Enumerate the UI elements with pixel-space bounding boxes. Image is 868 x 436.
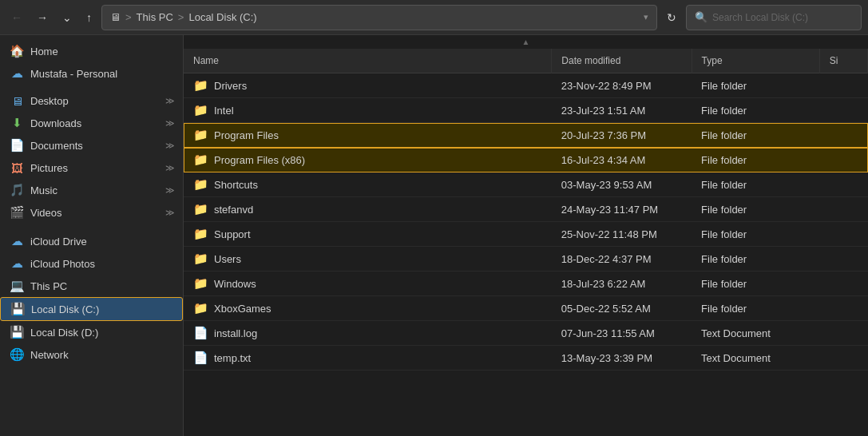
file-name: Shortcuts <box>214 179 258 191</box>
search-placeholder: Search Local Disk (C:) <box>712 12 808 23</box>
folder-icon: 📁 <box>193 103 208 117</box>
file-type: File folder <box>692 296 819 321</box>
address-icon: 🖥 <box>110 11 121 23</box>
content-area: ▲ Name Date modified Type Si 📁 Drivers 2… <box>184 35 868 436</box>
table-row[interactable]: 📁 Program Files 20-Jul-23 7:36 PM File f… <box>184 123 868 148</box>
file-date: 07-Jun-23 11:55 AM <box>552 321 692 346</box>
sidebar-item-local-disk-d[interactable]: 💾 Local Disk (D:) <box>0 321 183 343</box>
file-table: Name Date modified Type Si 📁 Drivers 23-… <box>184 49 868 371</box>
table-row[interactable]: 📄 install.log 07-Jun-23 11:55 AM Text Do… <box>184 321 868 346</box>
sidebar-item-label: Videos <box>30 207 159 219</box>
file-type: File folder <box>692 98 819 123</box>
file-type: File folder <box>692 222 819 247</box>
file-size <box>819 197 867 222</box>
text-icon: 📄 <box>193 351 208 365</box>
table-row[interactable]: 📁 XboxGames 05-Dec-22 5:52 AM File folde… <box>184 296 868 321</box>
folder-icon: 📁 <box>193 153 208 167</box>
table-row[interactable]: 📁 Windows 18-Jul-23 6:22 AM File folder <box>184 272 868 296</box>
sidebar-item-label: Downloads <box>30 117 159 129</box>
sidebar-item-icloud-drive[interactable]: ☁ iCloud Drive <box>0 230 183 252</box>
music-icon: 🎵 <box>10 183 24 197</box>
folder-icon: 📁 <box>193 252 208 266</box>
sidebar-item-local-disk-c[interactable]: 💾 Local Disk (C:) <box>0 297 183 321</box>
search-icon: 🔍 <box>695 11 707 23</box>
local-disk-d-icon: 💾 <box>10 325 24 339</box>
sidebar-item-this-pc[interactable]: 💻 This PC <box>0 275 183 297</box>
column-name[interactable]: Name <box>184 49 552 73</box>
file-date: 25-Nov-22 11:48 PM <box>552 222 692 247</box>
file-name-cell: 📄 temp.txt <box>184 346 552 371</box>
search-bar[interactable]: 🔍 Search Local Disk (C:) <box>686 5 862 30</box>
sidebar-item-label: Network <box>30 349 175 361</box>
file-name-cell: 📁 stefanvd <box>184 197 552 222</box>
recent-button[interactable]: ⌄ <box>57 8 77 27</box>
file-size <box>819 172 867 197</box>
file-size <box>819 296 867 321</box>
pin-icon: ≫ <box>165 185 175 196</box>
sidebar-item-documents[interactable]: 📄 Documents ≫ <box>0 134 183 157</box>
sidebar-item-label: Mustafa - Personal <box>30 68 175 80</box>
forward-button[interactable]: → <box>32 8 53 27</box>
network-icon: 🌐 <box>10 347 24 362</box>
file-type: File folder <box>692 272 819 296</box>
file-date: 20-Jul-23 7:36 PM <box>552 123 692 148</box>
sidebar-item-desktop[interactable]: 🖥 Desktop ≫ <box>0 89 183 112</box>
table-row[interactable]: 📁 Intel 23-Jul-23 1:51 AM File folder <box>184 98 868 123</box>
sidebar-item-mustafa[interactable]: ☁ Mustafa - Personal <box>0 62 183 85</box>
file-name: Support <box>214 228 251 240</box>
table-row[interactable]: 📁 Users 18-Dec-22 4:37 PM File folder <box>184 247 868 272</box>
file-size <box>819 222 867 247</box>
sidebar-item-label: iCloud Photos <box>30 258 175 270</box>
refresh-button[interactable]: ↻ <box>662 8 681 27</box>
file-name: temp.txt <box>214 352 251 364</box>
file-type: Text Document <box>692 346 819 371</box>
file-name-cell: 📁 Drivers <box>184 73 552 98</box>
address-dropdown[interactable]: ▾ <box>644 12 648 22</box>
file-name: Users <box>214 253 241 265</box>
table-row[interactable]: 📁 Program Files (x86) 16-Jul-23 4:34 AM … <box>184 148 868 172</box>
pin-icon: ≫ <box>165 118 175 129</box>
file-type: File folder <box>692 73 819 98</box>
breadcrumb-localdisk[interactable]: Local Disk (C:) <box>188 11 256 23</box>
address-bar[interactable]: 🖥 > This PC > Local Disk (C:) ▾ <box>101 5 657 30</box>
up-button[interactable]: ↑ <box>81 8 97 27</box>
table-header: Name Date modified Type Si <box>184 49 868 73</box>
file-name: Program Files <box>214 129 279 141</box>
table-row[interactable]: 📁 stefanvd 24-May-23 11:47 PM File folde… <box>184 197 868 222</box>
column-type[interactable]: Type <box>692 49 819 73</box>
table-row[interactable]: 📄 temp.txt 13-May-23 3:39 PM Text Docume… <box>184 346 868 371</box>
local-disk-c-icon: 💾 <box>10 302 25 316</box>
sidebar: 🏠 Home ☁ Mustafa - Personal 🖥 Desktop ≫ … <box>0 35 184 436</box>
back-button[interactable]: ← <box>6 8 27 27</box>
column-size[interactable]: Si <box>819 49 867 73</box>
table-row[interactable]: 📁 Shortcuts 03-May-23 9:53 AM File folde… <box>184 172 868 197</box>
file-date: 24-May-23 11:47 PM <box>552 197 692 222</box>
sidebar-item-videos[interactable]: 🎬 Videos ≫ <box>0 201 183 224</box>
file-date: 18-Jul-23 6:22 AM <box>552 272 692 296</box>
sidebar-item-music[interactable]: 🎵 Music ≫ <box>0 179 183 201</box>
sidebar-item-icloud-photos[interactable]: ☁ iCloud Photos <box>0 252 183 275</box>
main-layout: 🏠 Home ☁ Mustafa - Personal 🖥 Desktop ≫ … <box>0 35 868 436</box>
icloud-drive-icon: ☁ <box>10 234 24 248</box>
file-name: Program Files (x86) <box>214 154 305 166</box>
sidebar-item-pictures[interactable]: 🖼 Pictures ≫ <box>0 157 183 179</box>
breadcrumb-thispc[interactable]: This PC <box>137 11 173 23</box>
sidebar-item-network[interactable]: 🌐 Network <box>0 343 183 366</box>
table-row[interactable]: 📁 Drivers 23-Nov-22 8:49 PM File folder <box>184 73 868 98</box>
folder-icon: 📁 <box>193 276 208 291</box>
file-type: File folder <box>692 197 819 222</box>
sidebar-item-home[interactable]: 🏠 Home <box>0 40 183 62</box>
file-date: 03-May-23 9:53 AM <box>552 172 692 197</box>
file-name: XboxGames <box>214 303 271 315</box>
sidebar-item-downloads[interactable]: ⬇ Downloads ≫ <box>0 112 183 134</box>
folder-icon: 📁 <box>193 227 208 241</box>
file-name-cell: 📁 Program Files <box>184 123 552 148</box>
scroll-indicator[interactable]: ▲ <box>184 35 868 49</box>
file-name-cell: 📁 XboxGames <box>184 296 552 321</box>
file-name-cell: 📁 Users <box>184 247 552 272</box>
sidebar-item-label: Documents <box>30 140 159 152</box>
file-name-cell: 📁 Program Files (x86) <box>184 148 552 172</box>
file-size <box>819 148 867 172</box>
column-date[interactable]: Date modified <box>552 49 692 73</box>
table-row[interactable]: 📁 Support 25-Nov-22 11:48 PM File folder <box>184 222 868 247</box>
